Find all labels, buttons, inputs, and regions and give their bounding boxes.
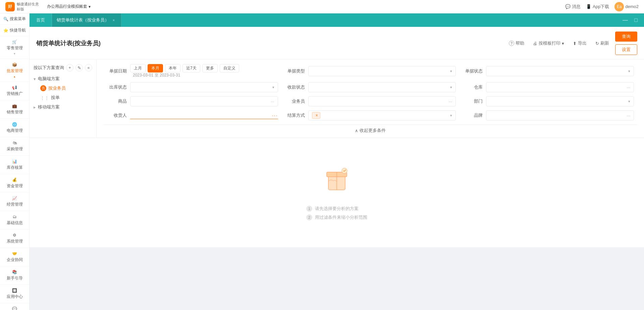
out-status-select[interactable]: ▾	[130, 82, 278, 92]
export-button[interactable]: ⬆ 导出	[570, 39, 589, 48]
collapse-filters-button[interactable]: ∧ 收起更多条件	[103, 124, 637, 136]
doc-type-field: 单据类型 ▾	[281, 64, 460, 78]
query-button[interactable]: 查询	[615, 32, 637, 42]
sidebar-item-newbie[interactable]: 📚 新手引导	[0, 266, 29, 285]
retail-icon: 🛒	[12, 40, 17, 44]
sidebar-item-sales[interactable]: 💼 销售管理	[0, 100, 29, 119]
doc-type-label: 单据类型	[281, 68, 308, 74]
page-title: 销货单统计表(按业务员)	[36, 39, 101, 47]
sidebar-quick-nav-button[interactable]: ⭐ 快捷导航	[0, 25, 29, 36]
payment-arrow-icon: ▾	[450, 113, 452, 118]
tree-item-by-order[interactable]: ⋮⋮ 按单	[30, 93, 96, 102]
consignee-input[interactable]: ···	[130, 112, 278, 119]
tab-active[interactable]: 销货单统计表（按业务员） ×	[52, 13, 121, 27]
wechat-icon: 💬	[12, 307, 17, 310]
department-field: 部门 ▾	[459, 96, 637, 106]
pay-status-arrow-icon: ▾	[450, 85, 452, 90]
empty-tip-1: 1 请先选择要分析的方案	[306, 206, 367, 212]
print-button[interactable]: 🖨 按模板打印 ▾	[530, 39, 567, 48]
apps-icon: 🔲	[12, 288, 17, 293]
basic-icon: 🗂	[13, 214, 17, 219]
date-btn-more[interactable]: 更多	[202, 64, 218, 72]
enterprise-icon: 🤝	[12, 251, 17, 256]
department-select[interactable]: ▾	[486, 96, 634, 106]
consignee-field: 收货人 ···	[103, 110, 281, 120]
user-menu-button[interactable]: Ea demo2	[614, 2, 639, 11]
date-btn-this-year[interactable]: 本年	[165, 64, 180, 72]
date-btn-this-month[interactable]: 本月	[148, 64, 163, 72]
warehouse-dots-icon: ···	[627, 85, 630, 90]
department-label: 部门	[459, 98, 486, 104]
tab-minimize-button[interactable]: —	[621, 16, 629, 24]
sidebar-item-system[interactable]: ⚙ 系统管理	[0, 229, 29, 248]
edit-scheme-button[interactable]: ✎	[75, 64, 83, 71]
tree-item-by-staff[interactable]: 员 按业务员	[30, 84, 96, 93]
sidebar-item-wholesale[interactable]: 📦 批发管理 ▴	[0, 59, 29, 82]
sidebar-item-basic[interactable]: 🗂 基础信息	[0, 211, 29, 229]
brand-select[interactable]: ···	[486, 110, 634, 120]
tree-parent-mobile[interactable]: ▸ 移动端方案	[30, 102, 96, 112]
payment-method-tag-close[interactable]: ×	[316, 113, 318, 118]
pay-status-field: 收款状态 ▾	[281, 82, 460, 92]
pay-status-select[interactable]: ▾	[308, 82, 456, 92]
message-icon: 💬	[565, 4, 571, 9]
goods-select[interactable]: ···	[130, 96, 278, 106]
export-icon: ⬆	[573, 41, 577, 46]
sidebar-item-enterprise[interactable]: 🤝 企业协同	[0, 248, 29, 266]
tab-home[interactable]: 首页	[30, 13, 52, 27]
help-button[interactable]: ? 帮助	[506, 39, 527, 48]
date-btn-last-month[interactable]: 上月	[130, 64, 146, 72]
nav-selector[interactable]: 办公用品行业模拟账套 ▾	[47, 4, 91, 9]
warehouse-select[interactable]: ···	[486, 82, 634, 92]
tab-maximize-button[interactable]: □	[632, 16, 640, 24]
payment-method-select[interactable]: × ▾	[308, 110, 456, 120]
date-btn-custom[interactable]: 自定义	[220, 64, 239, 72]
sidebar-item-finance[interactable]: 💰 资金管理	[0, 174, 29, 193]
left-panel-header: 按以下方案查询 + ✎ «	[30, 63, 96, 74]
tree-arrow-pc: ▾	[34, 76, 36, 82]
sidebar-item-retail[interactable]: 🛒 零售管理 ▾	[0, 36, 29, 59]
warehouse-field: 仓库 ···	[459, 82, 637, 92]
date-btn-last7days[interactable]: 近7天	[182, 64, 200, 72]
tree-arrow-mobile: ▸	[34, 105, 36, 110]
consignee-label: 收货人	[103, 112, 130, 118]
brand-dots-icon: ···	[627, 113, 630, 118]
settings-button[interactable]: 设置	[615, 44, 637, 55]
collapse-left-panel-button[interactable]: «	[85, 64, 92, 71]
ecommerce-icon: 🌐	[12, 122, 17, 127]
department-arrow-icon: ▾	[628, 99, 630, 104]
add-scheme-button[interactable]: +	[66, 64, 73, 71]
sidebar-item-marketing[interactable]: 📢 营销推广	[0, 82, 29, 100]
goods-label: 商品	[103, 98, 130, 104]
refresh-icon: ↻	[595, 41, 599, 46]
tree-parent-pc[interactable]: ▾ 电脑端方案	[30, 74, 96, 84]
staff-select[interactable]: ···	[308, 96, 456, 106]
filter-section: 单据日期 上月 本月 本年 近7天 更多 自定义	[97, 59, 644, 138]
system-icon: ⚙	[13, 233, 16, 238]
tab-close-button[interactable]: ×	[111, 17, 116, 23]
sales-icon: 💼	[12, 104, 17, 108]
sidebar-item-wechat[interactable]: 💬 企业微信	[0, 303, 29, 310]
app-download-button[interactable]: 📱 App下载	[586, 4, 609, 10]
sidebar-item-purchase[interactable]: 🛍 采购管理	[0, 137, 29, 156]
doc-status-select[interactable]: ▾	[486, 66, 634, 76]
sidebar-item-apps[interactable]: 🔲 应用中心	[0, 285, 29, 303]
sidebar-item-ecommerce[interactable]: 🌐 电商管理	[0, 119, 29, 137]
print-chevron-icon: ▾	[562, 41, 564, 46]
wholesale-icon: 📦	[12, 62, 17, 67]
doc-type-select[interactable]: ▾	[308, 66, 456, 76]
doc-type-arrow-icon: ▾	[450, 69, 452, 73]
tab-bar: 首页 销货单统计表（按业务员） × — □	[30, 13, 644, 27]
marketing-icon: 📢	[12, 85, 17, 90]
logo: 好 畅捷通好生意 标版	[5, 2, 39, 11]
goods-dots-icon: ···	[271, 99, 274, 104]
out-status-field: 出库状态 ▾	[103, 82, 281, 92]
sidebar-item-inventory[interactable]: 📊 库存核算	[0, 156, 29, 174]
purchase-icon: 🛍	[13, 141, 17, 145]
sidebar-search-button[interactable]: 🔍 搜索菜单	[0, 13, 29, 25]
refresh-button[interactable]: ↻ 刷新	[593, 39, 612, 48]
sidebar-item-operations[interactable]: 📈 经营管理	[0, 193, 29, 211]
pay-status-label: 收款状态	[281, 84, 308, 90]
message-button[interactable]: 💬 消息	[565, 4, 581, 10]
order-scheme-icon: ⋮⋮	[40, 95, 49, 100]
